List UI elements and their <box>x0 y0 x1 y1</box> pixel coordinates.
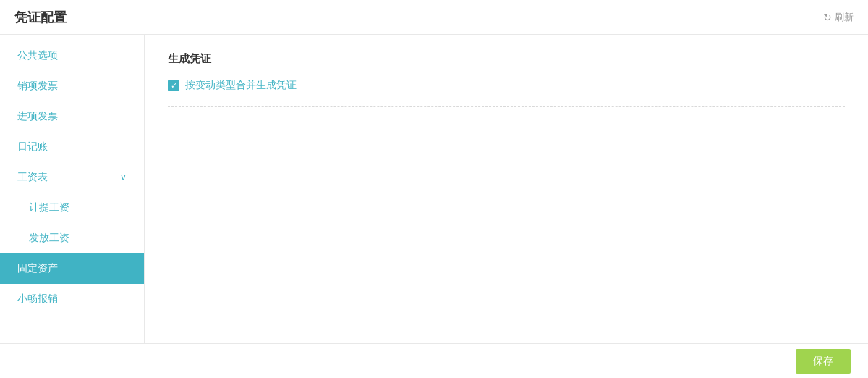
sidebar-item-commission-payroll[interactable]: 计提工资 <box>0 193 144 223</box>
checkmark-icon: ✓ <box>171 82 177 90</box>
save-button[interactable]: 保存 <box>796 349 851 374</box>
sidebar-item-expense-claim[interactable]: 小畅报销 <box>0 284 144 314</box>
section-title: 生成凭证 <box>168 52 845 66</box>
sidebar-item-label: 销项发票 <box>17 80 58 93</box>
sidebar-item-payroll-table[interactable]: 工资表∨ <box>0 162 144 193</box>
sidebar-item-label: 进项发票 <box>17 110 58 123</box>
page-title: 凭证配置 <box>14 9 67 26</box>
sidebar-item-label: 日记账 <box>17 140 48 154</box>
sidebar-item-journal[interactable]: 日记账 <box>0 132 144 162</box>
sidebar: 公共选项销项发票进项发票日记账工资表∨计提工资发放工资固定资产小畅报销 <box>0 35 145 343</box>
refresh-button[interactable]: ↻ 刷新 <box>823 11 854 24</box>
section-divider <box>168 106 845 107</box>
chevron-down-icon: ∨ <box>120 172 127 182</box>
sidebar-item-label: 发放工资 <box>29 232 69 245</box>
sidebar-item-label: 工资表 <box>17 171 48 184</box>
footer: 保存 <box>0 343 868 378</box>
layout: 公共选项销项发票进项发票日记账工资表∨计提工资发放工资固定资产小畅报销 生成凭证… <box>0 35 868 343</box>
checkbox-row[interactable]: ✓ 按变动类型合并生成凭证 <box>168 79 845 92</box>
sidebar-item-label: 计提工资 <box>29 201 69 214</box>
checkbox-label[interactable]: 按变动类型合并生成凭证 <box>185 79 297 92</box>
sidebar-item-issue-payroll[interactable]: 发放工资 <box>0 223 144 253</box>
header: 凭证配置 ↻ 刷新 <box>0 0 868 35</box>
sidebar-item-label: 小畅报销 <box>17 293 58 306</box>
sidebar-item-sales-invoice[interactable]: 销项发票 <box>0 71 144 101</box>
sidebar-item-label: 公共选项 <box>17 49 58 62</box>
sidebar-item-label: 固定资产 <box>17 262 58 275</box>
sidebar-item-purchase-invoice[interactable]: 进项发票 <box>0 101 144 132</box>
refresh-icon: ↻ <box>823 12 832 23</box>
merge-checkbox[interactable]: ✓ <box>168 80 179 91</box>
sidebar-item-fixed-assets[interactable]: 固定资产 <box>0 253 144 284</box>
main-content: 生成凭证 ✓ 按变动类型合并生成凭证 <box>145 35 868 343</box>
refresh-label: 刷新 <box>835 11 854 24</box>
sidebar-item-public-options[interactable]: 公共选项 <box>0 41 144 71</box>
